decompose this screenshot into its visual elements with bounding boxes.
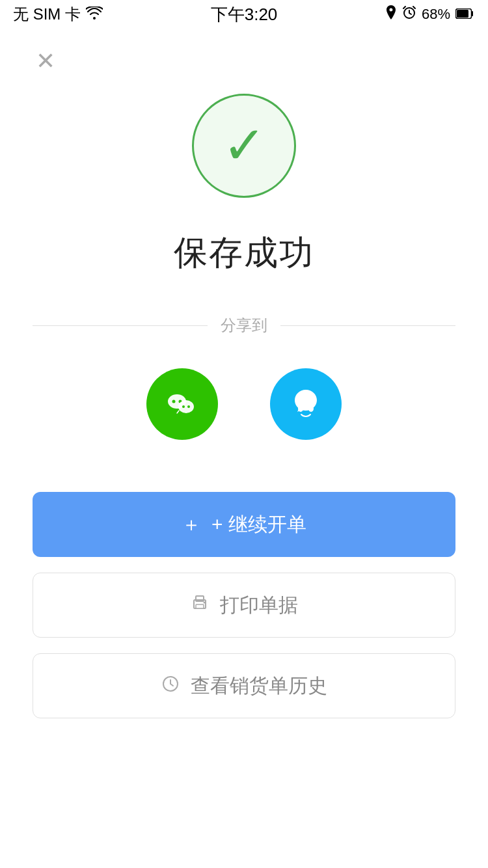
svg-point-8 (182, 405, 185, 408)
continue-label: + 继续开单 (211, 511, 306, 538)
status-right: 68% (385, 5, 475, 23)
success-title: 保存成功 (174, 230, 314, 276)
svg-rect-2 (457, 10, 468, 18)
wechat-share-button[interactable] (146, 368, 218, 440)
divider-line-left (33, 325, 208, 326)
svg-point-7 (178, 400, 194, 413)
svg-point-10 (298, 405, 303, 412)
close-icon: ✕ (36, 49, 55, 73)
action-buttons: ＋ + 继续开单 打印单据 查看销货单历史 (33, 492, 455, 718)
divider-line-right (280, 325, 455, 326)
close-button[interactable]: ✕ (26, 42, 65, 81)
share-divider: 分享到 (33, 315, 455, 336)
svg-point-5 (172, 400, 176, 403)
no-sim-label: 无 SIM 卡 (13, 4, 81, 25)
battery-icon (455, 6, 475, 23)
share-icons (146, 368, 342, 440)
print-label: 打印单据 (220, 592, 298, 619)
success-circle: ✓ (192, 94, 296, 198)
qq-share-button[interactable] (270, 368, 342, 440)
svg-point-11 (308, 405, 314, 412)
wifi-icon (86, 5, 103, 23)
share-label: 分享到 (221, 315, 267, 336)
print-icon (190, 593, 210, 617)
history-button[interactable]: 查看销货单历史 (33, 653, 455, 718)
check-icon: ✓ (223, 120, 266, 172)
main-content: ✕ ✓ 保存成功 分享到 (0, 29, 488, 868)
wechat-icon (163, 385, 202, 424)
print-button[interactable]: 打印单据 (33, 573, 455, 638)
history-icon (161, 674, 180, 698)
svg-point-15 (204, 601, 206, 603)
status-bar: 无 SIM 卡 下午3:20 68% (0, 0, 488, 29)
status-time: 下午3:20 (211, 3, 278, 26)
history-label: 查看销货单历史 (191, 673, 327, 699)
status-left: 无 SIM 卡 (13, 4, 103, 25)
qq-icon (286, 385, 325, 424)
location-icon (385, 5, 397, 23)
plus-icon: ＋ (182, 511, 201, 538)
continue-button[interactable]: ＋ + 继续开单 (33, 492, 455, 557)
alarm-icon (402, 5, 416, 23)
svg-rect-14 (196, 604, 204, 608)
svg-point-9 (187, 405, 190, 408)
battery-percent: 68% (422, 6, 450, 23)
